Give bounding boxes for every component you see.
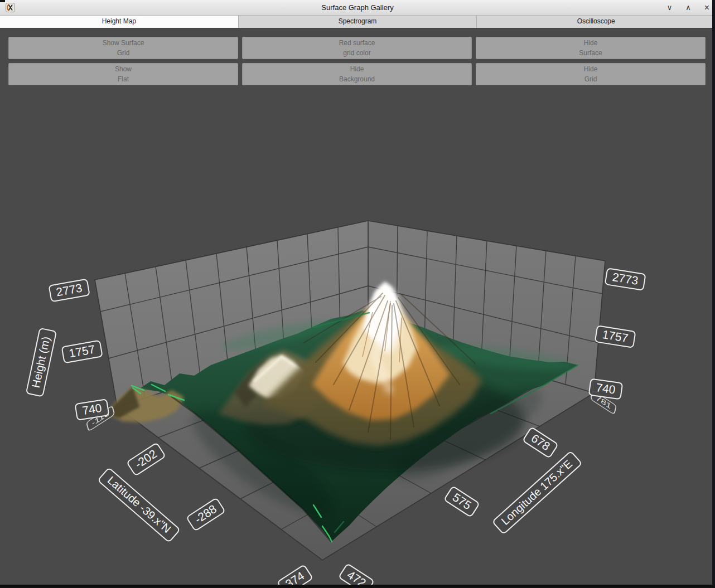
button-label: Background (243, 74, 471, 84)
screen-edge-bottom (0, 585, 715, 588)
button-label: Hide (243, 64, 471, 74)
button-label: Surface (476, 48, 705, 58)
surface-grid-color-button[interactable]: Red surface grid color (242, 37, 472, 59)
hide-surface-button[interactable]: Hide Surface (476, 37, 706, 59)
button-label: Hide (476, 64, 705, 74)
button-label: Grid (9, 48, 238, 58)
show-flat-button[interactable]: Show Flat (8, 63, 238, 85)
hide-background-button[interactable]: Hide Background (242, 63, 472, 85)
title-bar[interactable]: Surface Graph Gallery ∨ ∧ × (0, 0, 715, 16)
tab-spectrogram[interactable]: Spectrogram (239, 16, 477, 28)
app-icon (6, 3, 15, 12)
show-surface-grid-button[interactable]: Show Surface Grid (8, 37, 238, 59)
maximize-window-icon[interactable]: ∧ (685, 4, 691, 11)
button-label: Grid (476, 74, 705, 84)
window-controls: ∨ ∧ × (667, 3, 709, 12)
tab-bar: Height Map Spectrogram Oscilloscope (0, 16, 715, 28)
screen-corner (0, 0, 5, 2)
button-label: grid color (243, 48, 471, 58)
button-label: Red surface (243, 38, 471, 48)
button-label: Show (9, 64, 238, 74)
button-label: Flat (9, 74, 238, 84)
hide-grid-button[interactable]: Hide Grid (476, 63, 706, 85)
tab-height-map[interactable]: Height Map (0, 16, 239, 28)
surface-plot-canvas (0, 0, 715, 588)
surface-graph-view[interactable] (0, 0, 715, 588)
toolbar: Show Surface Grid Red surface grid color… (8, 37, 706, 85)
tab-oscilloscope[interactable]: Oscilloscope (477, 16, 715, 28)
shade-window-icon[interactable]: ∨ (667, 4, 673, 11)
button-label: Hide (476, 38, 705, 48)
close-window-icon[interactable]: × (704, 3, 709, 12)
window-title: Surface Graph Gallery (0, 3, 715, 12)
button-label: Show Surface (9, 38, 238, 48)
screen-edge-right (712, 0, 715, 588)
